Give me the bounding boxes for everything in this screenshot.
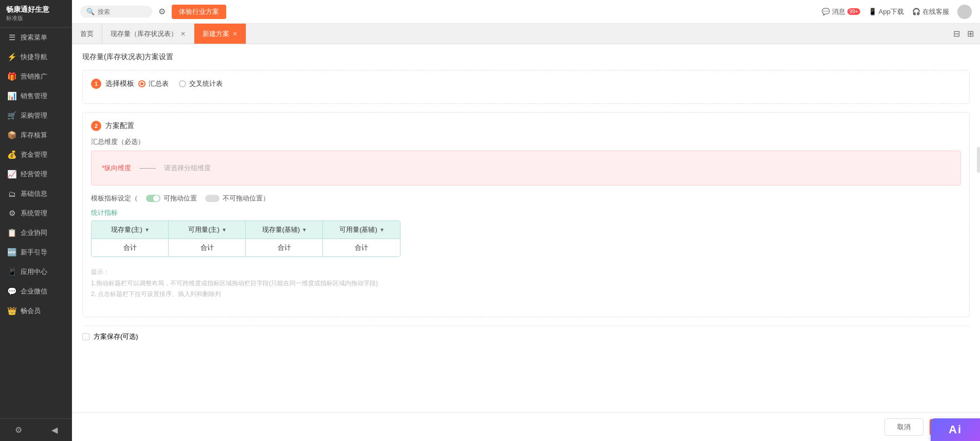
app-subtitle: 标准版 [6,14,66,22]
draggable-toggle[interactable]: 可拖动位置 [146,194,197,203]
cancel-button[interactable]: 取消 [884,418,923,436]
tab-home[interactable]: 首页 [72,24,102,44]
save-row: 方案保存(可选) [82,325,970,341]
sidebar-item-search-menu[interactable]: ☰搜索菜单 [0,28,72,47]
marketing-label: 营销推广 [21,72,47,81]
sidebar-logo: 畅康通好生意 标准版 [0,0,72,28]
message-badge: 99+ [847,8,860,15]
search-input[interactable] [98,8,139,15]
purchase-mgmt-label: 采购管理 [21,111,47,120]
ai-float-button[interactable]: Ai [931,418,980,441]
tab-new-scheme-label: 新建方案 [203,29,229,39]
search-menu-icon: ☰ [7,33,16,42]
avatar[interactable] [957,5,972,19]
search-icon: 🔍 [86,8,95,15]
phone-icon: 📱 [868,8,877,15]
app-center-icon: 📱 [7,267,16,277]
wechat-label: 企业微信 [21,287,47,296]
tab-new-scheme[interactable]: 新建方案 ✕ [194,24,246,44]
step2-section: 2 方案配置 汇总维度（必选） *纵向维度 —— 请选择分组维度 模板指标设定（… [82,112,970,317]
radio-cross[interactable]: 交叉统计表 [179,79,223,88]
sidebar-item-quick-nav[interactable]: ⚡快捷导航 [0,47,72,67]
tab-expand-area: ⊟ ⊞ [951,27,976,41]
radio-cross-circle [179,80,186,87]
dimension-box[interactable]: *纵向维度 —— 请选择分组维度 [91,151,961,186]
purchase-mgmt-icon: 🛒 [7,111,16,120]
page-title: 现存量(库存状况表)方案设置 [82,52,970,62]
stats-header-cell-1[interactable]: 可用量(主)▾ [169,221,246,238]
gear-icon[interactable]: ⚙ [158,7,166,16]
hint-1: 2. 点击标题栏下拉可设置排序、插入列和删除列 [91,289,961,300]
right-edge-handle[interactable] [977,147,980,173]
sys-mgmt-label: 系统管理 [21,209,47,218]
footer-bar: 取消 查询 [72,412,980,441]
step1-header: 1 选择模板 汇总表 交叉统计表 [91,79,961,89]
tab-home-label: 首页 [80,29,94,39]
expand-icon[interactable]: ⊞ [965,27,976,41]
radio-cross-label: 交叉统计表 [189,79,223,88]
sidebar-item-sales-mgmt[interactable]: 📊销售管理 [0,86,72,106]
radio-summary[interactable]: 汇总表 [138,79,169,88]
message-item[interactable]: 💬 消息 99+ [822,7,860,16]
sidebar-item-enterprise[interactable]: 📋企业协同 [0,223,72,243]
content-area: 现存量(库存状况表)方案设置 1 选择模板 汇总表 交叉统计表 [72,44,980,412]
search-box[interactable]: 🔍 [80,6,152,17]
step1-section: 1 选择模板 汇总表 交叉统计表 [82,70,970,104]
draggable-toggle-switch[interactable] [146,195,160,202]
finance-label: 资金管理 [21,150,47,159]
basic-info-label: 基础信息 [21,189,47,198]
wechat-icon: 💬 [7,287,16,296]
step1-title: 选择模板 [105,79,134,88]
stats-data-cell-1: 合计 [169,239,246,256]
indicators-setting-text: 模板指标设定（ [91,194,138,203]
step2-header: 2 方案配置 [91,121,961,131]
hint-0: 1.拖动标题栏可以调整布局，不可跨维度或指标区域拖动栏目字段(只能在同一维度或指… [91,278,961,289]
radio-summary-circle [138,80,146,87]
minimize-icon[interactable]: ⊟ [951,27,962,41]
membership-label: 畅会员 [21,306,41,316]
app-title: 畅康通好生意 [6,5,66,14]
sidebar-item-app-center[interactable]: 📱应用中心 [0,262,72,282]
step2-title: 方案配置 [105,121,134,131]
new-guide-icon: 🆕 [7,248,16,257]
sidebar-item-sys-mgmt[interactable]: ⚙系统管理 [0,204,72,223]
sidebar-item-finance[interactable]: 💰资金管理 [0,145,72,164]
sidebar-item-membership[interactable]: 👑畅会员 [0,301,72,321]
non-draggable-toggle-switch[interactable] [205,195,220,202]
stats-header-row: 现存量(主)▾可用量(主)▾现存量(基辅)▾可用量(基辅)▾ [92,221,400,238]
sidebar-item-ops-mgmt[interactable]: 📈经营管理 [0,164,72,184]
sidebar-item-inventory[interactable]: 📦库存核算 [0,125,72,145]
non-draggable-label: 不可拖动位置） [223,194,269,203]
app-download-item[interactable]: 📱 App下载 [868,7,904,16]
trial-btn[interactable]: 体验行业方案 [172,5,226,19]
marketing-icon: 🎁 [7,72,16,81]
sidebar-item-wechat[interactable]: 💬企业微信 [0,282,72,301]
tab-inventory-status-close[interactable]: ✕ [180,30,186,38]
non-draggable-toggle[interactable]: 不可拖动位置） [205,194,269,203]
stats-data-row: 合计合计合计合计 [92,238,400,256]
stats-header-cell-3[interactable]: 可用量(基辅)▾ [323,221,400,238]
tab-new-scheme-close[interactable]: ✕ [232,30,238,38]
draggable-label: 可拖动位置 [164,194,197,203]
stats-header-cell-0[interactable]: 现存量(主)▾ [92,221,169,238]
main-area: 🔍 ⚙ 体验行业方案 💬 消息 99+ 📱 App下载 🎧 在线客服 [72,0,980,441]
stats-header-cell-2[interactable]: 现存量(基辅)▾ [246,221,323,238]
collapse-icon[interactable]: ◀ [47,423,62,437]
sidebar-item-purchase-mgmt[interactable]: 🛒采购管理 [0,106,72,125]
sidebar-item-marketing[interactable]: 🎁营销推广 [0,67,72,86]
tab-inventory-status[interactable]: 现存量（库存状况表） ✕ [102,24,194,44]
settings-icon[interactable]: ⚙ [11,423,26,437]
online-service-item[interactable]: 🎧 在线客服 [912,7,949,16]
step2-badge: 2 [91,121,101,131]
quick-nav-label: 快捷导航 [21,52,47,62]
topbar-right: 💬 消息 99+ 📱 App下载 🎧 在线客服 [822,5,972,19]
stats-header-label-2: 现存量(基辅) [262,225,300,234]
app-download-label: App下载 [879,7,904,16]
sidebar-bottom: ⚙ ◀ [0,418,72,441]
sidebar-item-new-guide[interactable]: 🆕新手引导 [0,243,72,262]
save-checkbox[interactable] [82,333,89,340]
sidebar-item-basic-info[interactable]: 🗂基础信息 [0,184,72,204]
radio-summary-label: 汇总表 [149,79,169,88]
chevron-down-icon-2: ▾ [303,226,306,233]
tab-inventory-status-label: 现存量（库存状况表） [111,29,177,39]
